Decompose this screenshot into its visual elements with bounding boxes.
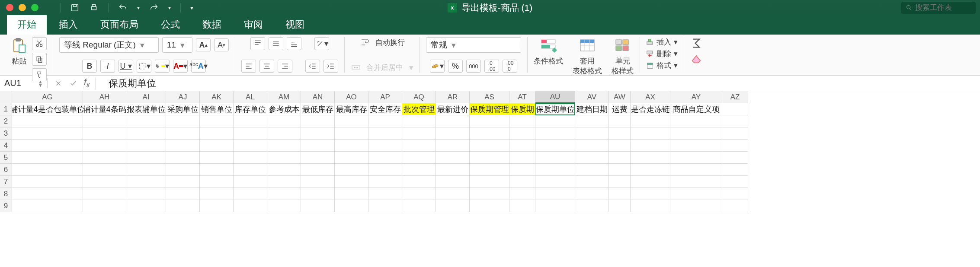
cell-AV4[interactable] (575, 140, 609, 152)
cell-AK3[interactable] (200, 127, 234, 140)
row-header-3[interactable]: 3 (0, 127, 12, 140)
cell-AP5[interactable] (368, 152, 402, 164)
cell-AI5[interactable] (126, 152, 166, 164)
cell-AL4[interactable] (234, 140, 267, 152)
cell-AZ4[interactable] (722, 140, 748, 152)
row-header-5[interactable]: 5 (0, 152, 12, 164)
cell-AX6[interactable] (631, 164, 670, 176)
formula-input[interactable]: 保质期单位 (102, 77, 156, 90)
cell-AZ2[interactable] (722, 115, 748, 127)
cell-AO6[interactable] (335, 164, 368, 176)
cell-AQ1[interactable]: 批次管理 (402, 103, 436, 115)
align-middle-button[interactable] (269, 37, 283, 50)
cell-AK7[interactable] (200, 176, 234, 188)
search-box[interactable] (901, 2, 976, 14)
cell-AH4[interactable] (83, 140, 126, 152)
cell-AT5[interactable] (509, 152, 535, 164)
percent-button[interactable]: % (448, 60, 463, 73)
paste-button[interactable]: 粘贴 (10, 37, 28, 66)
cell-AM7[interactable] (267, 176, 301, 188)
cell-AR7[interactable] (436, 176, 470, 188)
cell-AS6[interactable] (470, 164, 509, 176)
fill-color-button[interactable]: ▾ (155, 60, 170, 73)
cell-AX3[interactable] (631, 127, 670, 140)
increase-decimal-button[interactable]: .0.00 (484, 60, 499, 73)
cell-AH9[interactable] (83, 200, 126, 212)
cell-AR2[interactable] (436, 115, 470, 127)
column-header-AY[interactable]: AY (670, 91, 722, 103)
cell-AL2[interactable] (234, 115, 267, 127)
merge-center-button[interactable]: 合并后居中▾ (351, 62, 413, 73)
cell-AP4[interactable] (368, 140, 402, 152)
cell-AQ7[interactable] (402, 176, 436, 188)
cell-AU3[interactable] (535, 127, 575, 140)
cell-AY2[interactable] (670, 115, 722, 127)
cell-AO4[interactable] (335, 140, 368, 152)
decrease-indent-button[interactable] (305, 60, 320, 73)
cell-AP1[interactable]: 安全库存 (368, 103, 402, 115)
cell-AR1[interactable]: 最新进价 (436, 103, 470, 115)
row-header-2[interactable]: 2 (0, 115, 12, 127)
cell-AO3[interactable] (335, 127, 368, 140)
cell-AS8[interactable] (470, 188, 509, 200)
tab-审阅[interactable]: 审阅 (234, 15, 273, 35)
cell-AX7[interactable] (631, 176, 670, 188)
cell-AV9[interactable] (575, 200, 609, 212)
cell-AQ5[interactable] (402, 152, 436, 164)
tab-开始[interactable]: 开始 (7, 15, 47, 35)
cell-AX2[interactable] (631, 115, 670, 127)
cell-AW6[interactable] (609, 164, 631, 176)
cell-AH8[interactable] (83, 188, 126, 200)
cell-AU2[interactable] (535, 115, 575, 127)
cell-AJ4[interactable] (166, 140, 200, 152)
cell-AX1[interactable]: 是否走冻链 (631, 103, 670, 115)
cell-AQ9[interactable] (402, 200, 436, 212)
column-header-AQ[interactable]: AQ (402, 91, 436, 103)
cell-AK9[interactable] (200, 200, 234, 212)
orientation-button[interactable]: ▾ (314, 37, 329, 50)
cell-AK6[interactable] (200, 164, 234, 176)
column-header-AR[interactable]: AR (436, 91, 470, 103)
cell-AH7[interactable] (83, 176, 126, 188)
cell-styles-button[interactable]: 单元 格样式 (612, 37, 634, 76)
cell-AN5[interactable] (301, 152, 335, 164)
cell-AS5[interactable] (470, 152, 509, 164)
cell-AX9[interactable] (631, 200, 670, 212)
cell-AU7[interactable] (535, 176, 575, 188)
cell-AG5[interactable] (12, 152, 83, 164)
cell-AH5[interactable] (83, 152, 126, 164)
cell-AP8[interactable] (368, 188, 402, 200)
currency-button[interactable]: ▾ (430, 60, 445, 73)
cell-AG7[interactable] (12, 176, 83, 188)
cell-AY4[interactable] (670, 140, 722, 152)
cell-AV2[interactable] (575, 115, 609, 127)
cell-AL8[interactable] (234, 188, 267, 200)
cell-AJ1[interactable]: 采购单位 (166, 103, 200, 115)
cell-AJ8[interactable] (166, 188, 200, 200)
cell-AT7[interactable] (509, 176, 535, 188)
cell-AW8[interactable] (609, 188, 631, 200)
cell-AH1[interactable]: 辅计量4条码 (83, 103, 126, 115)
wrap-text-button[interactable]: 自动换行 (360, 37, 405, 48)
name-box[interactable]: AU1 ▲▼ (0, 78, 48, 88)
cell-AY6[interactable] (670, 164, 722, 176)
tab-视图[interactable]: 视图 (275, 15, 315, 35)
cell-AV7[interactable] (575, 176, 609, 188)
cell-AZ9[interactable] (722, 200, 748, 212)
cell-AY7[interactable] (670, 176, 722, 188)
cell-AO9[interactable] (335, 200, 368, 212)
row-header-8[interactable]: 8 (0, 188, 12, 200)
column-header-AW[interactable]: AW (609, 91, 631, 103)
cell-AM4[interactable] (267, 140, 301, 152)
cell-AM1[interactable]: 参考成本 (267, 103, 301, 115)
row-header-4[interactable]: 4 (0, 140, 12, 152)
cell-AK8[interactable] (200, 188, 234, 200)
row-header-9[interactable]: 9 (0, 200, 12, 212)
align-bottom-button[interactable] (287, 37, 301, 50)
cell-AV1[interactable]: 建档日期 (575, 103, 609, 115)
cell-AQ6[interactable] (402, 164, 436, 176)
cell-AM9[interactable] (267, 200, 301, 212)
align-right-button[interactable] (278, 60, 292, 73)
cell-AX5[interactable] (631, 152, 670, 164)
cell-AZ1[interactable] (722, 103, 748, 115)
